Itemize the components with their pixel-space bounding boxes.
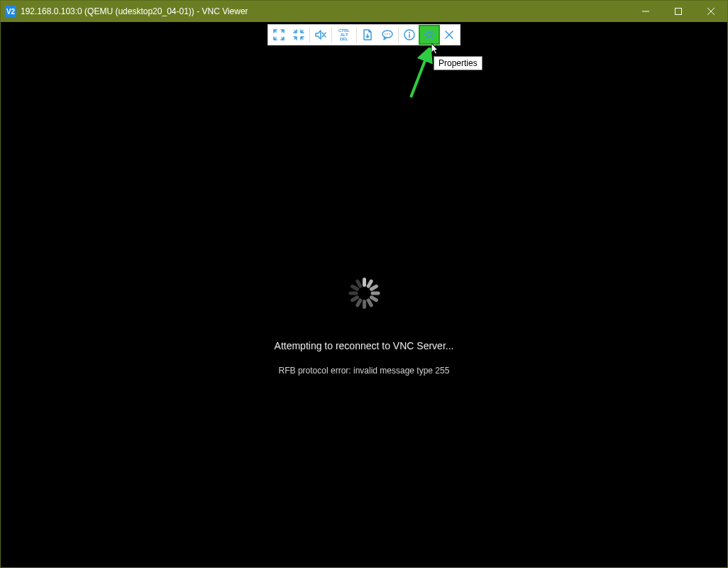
mute-button[interactable] [311, 26, 331, 44]
gear-icon [422, 28, 436, 42]
fullscreen-button[interactable] [269, 26, 289, 44]
fullscreen-icon [272, 28, 286, 42]
remote-screen-area[interactable]: CTRL ALT DEL [1, 22, 727, 567]
close-icon [707, 8, 715, 15]
svg-line-12 [411, 53, 428, 97]
file-transfer-icon [360, 28, 375, 42]
windowed-button[interactable] [289, 26, 309, 44]
tooltip: Properties [434, 56, 482, 70]
maximize-button[interactable] [662, 1, 695, 22]
ctrl-alt-del-icon: CTRL ALT DEL [338, 28, 350, 41]
app-window: V2 192.168.0.103:0 (QEMU (udesktop20_04-… [0, 0, 728, 568]
session-info-button[interactable] [399, 26, 419, 44]
window-title: 192.168.0.103:0 (QEMU (udesktop20_04-01)… [21, 6, 248, 16]
send-ctrl-alt-del-button[interactable]: CTRL ALT DEL [333, 26, 355, 44]
file-transfer-button[interactable] [358, 26, 377, 44]
app-icon: V2 [5, 6, 16, 17]
windowed-icon [292, 28, 306, 42]
svg-rect-1 [675, 9, 682, 15]
maximize-icon [675, 8, 682, 15]
status-message: Attempting to reconnect to VNC Server... [275, 340, 454, 351]
speaker-muted-icon [314, 28, 328, 42]
info-icon [402, 28, 417, 42]
close-session-button[interactable] [439, 26, 459, 44]
error-message: RFB protocol error: invalid message type… [279, 366, 450, 376]
vnc-toolbar: CTRL ALT DEL [268, 24, 460, 45]
connection-status: Attempting to reconnect to VNC Server...… [1, 278, 727, 376]
close-window-button[interactable] [695, 1, 727, 22]
svg-point-9 [409, 32, 410, 33]
svg-point-5 [385, 33, 386, 35]
window-controls [629, 1, 727, 22]
spinner-icon [348, 278, 380, 309]
minimize-icon [642, 8, 649, 15]
titlebar[interactable]: V2 192.168.0.103:0 (QEMU (udesktop20_04-… [1, 1, 727, 22]
close-session-icon [442, 28, 456, 42]
chat-button[interactable] [377, 26, 397, 44]
minimize-button[interactable] [629, 1, 662, 22]
chat-icon [380, 28, 395, 42]
svg-point-7 [389, 33, 390, 35]
properties-button[interactable] [419, 26, 439, 44]
svg-point-11 [427, 33, 431, 37]
svg-point-6 [387, 33, 388, 35]
